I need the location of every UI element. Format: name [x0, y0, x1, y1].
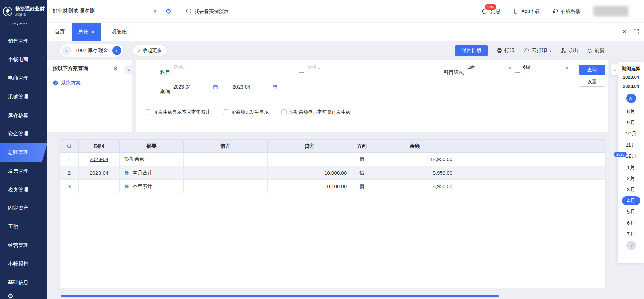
- system-scheme-item[interactable]: 系统方案: [53, 80, 126, 86]
- subject-to-input[interactable]: 选择... ···: [307, 63, 422, 72]
- subject-from-more-button[interactable]: ···: [286, 65, 291, 70]
- fullscreen-icon[interactable]: [633, 29, 639, 35]
- month-item[interactable]: 8月: [618, 106, 644, 117]
- sidebar-item[interactable]: 税务管理: [0, 180, 47, 199]
- close-tab-icon[interactable]: ×: [92, 29, 94, 35]
- debit-cell: [184, 153, 268, 166]
- sidebar-item[interactable]: 发票管理: [0, 162, 47, 180]
- sidebar-item-general-ledger[interactable]: 总账管理: [0, 143, 47, 162]
- print-button[interactable]: 打印: [497, 47, 514, 54]
- query-panel-title: 按以下方案查询: [53, 65, 88, 72]
- sidebar-item[interactable]: 基础信息: [0, 273, 47, 292]
- export-button[interactable]: 导出: [560, 47, 578, 54]
- sidebar-item[interactable]: 小畅报销: [0, 255, 47, 273]
- collapse-panel-icon[interactable]: «: [125, 65, 132, 74]
- subject-from-input[interactable]: 选择... ···: [173, 63, 291, 72]
- user-area-blurred[interactable]: [593, 6, 628, 16]
- sidebar-item[interactable]: 小畅电商: [0, 50, 47, 69]
- calendar-icon[interactable]: [213, 84, 218, 90]
- query-button[interactable]: 查询: [579, 65, 605, 75]
- sidebar-item[interactable]: 资金管理: [0, 125, 47, 143]
- tab-general-ledger[interactable]: 总账 ×: [72, 23, 101, 41]
- tab-home[interactable]: 首页: [47, 29, 72, 35]
- credit-cell: 10,000.00: [268, 166, 352, 180]
- calendar-icon[interactable]: [272, 84, 277, 90]
- month-item[interactable]: 9月: [618, 117, 644, 128]
- close-icon[interactable]: ×: [622, 28, 626, 35]
- printer-icon: [497, 48, 502, 53]
- scroll-months-up-button[interactable]: «: [626, 94, 636, 103]
- brand-edition: 标准版: [15, 13, 45, 17]
- table-row[interactable]: 3 本年累计 10,100.00 借 8,950.00: [60, 180, 605, 193]
- cloud-print-label: 云打印: [532, 47, 547, 54]
- collapse-more-button[interactable]: ∧ 收起更多: [132, 45, 168, 56]
- expand-panel-icon[interactable]: »: [611, 64, 618, 75]
- period-from-input[interactable]: 2023-04: [173, 82, 218, 91]
- month-item[interactable]: 2月: [618, 173, 644, 184]
- sidebar-item[interactable]: 经营管理: [0, 236, 47, 255]
- horizontal-scrollbar[interactable]: [61, 295, 499, 297]
- scroll-months-down-button[interactable]: «: [626, 241, 636, 250]
- table-row[interactable]: 2 2023-04 本月合计 10,000.00 借 8,950.00: [60, 166, 605, 180]
- column-settings-gear-icon[interactable]: ⚙: [67, 143, 72, 149]
- sidebar-item[interactable]: 库存核算: [0, 106, 47, 125]
- period-link[interactable]: 2023-04: [90, 156, 108, 162]
- month-item[interactable]: 6月: [618, 217, 644, 228]
- prev-subject-button[interactable]: ‹: [62, 46, 71, 55]
- month-item[interactable]: 7月: [618, 228, 644, 240]
- subject-to-more-button[interactable]: ···: [416, 65, 422, 70]
- level-to-select[interactable]: 6级 ∨: [523, 63, 569, 72]
- subject-from-placeholder: 选择...: [173, 64, 187, 70]
- messages-button[interactable]: 99+ 消息: [482, 8, 500, 15]
- refresh-icon: [587, 48, 592, 53]
- sidebar-item[interactable]: 电商管理: [0, 69, 47, 88]
- period-link[interactable]: 2023-04: [90, 170, 108, 176]
- yearly-total-icon: [124, 184, 129, 189]
- credit-cell: [268, 153, 352, 166]
- sidebar-item[interactable]: 采购管理: [0, 88, 47, 106]
- refresh-button[interactable]: 刷新: [587, 47, 605, 54]
- sidebar-item[interactable]: 固定资产: [0, 199, 47, 218]
- sidebar-gear-icon[interactable]: ⚙: [7, 292, 13, 299]
- month-item[interactable]: 1月: [618, 161, 644, 173]
- demo-link-label: 我要看实例演示: [194, 8, 229, 15]
- app-download-label: App下载: [521, 8, 540, 15]
- messages-count-badge: 99+: [484, 4, 497, 10]
- option-no-balance-checkbox[interactable]: 无余额无发生显示: [223, 109, 269, 115]
- next-subject-button[interactable]: ›: [112, 46, 121, 55]
- app-download-button[interactable]: App下载: [513, 8, 540, 15]
- close-tab-icon[interactable]: ×: [130, 29, 133, 35]
- sidebar: 畅捷通好业财 标准版 营销管理 销售管理 小畅电商 电商管理 采购管理 库存核算…: [0, 0, 47, 299]
- scheme-gear-icon[interactable]: ⚙: [113, 65, 118, 72]
- revert-old-version-button[interactable]: 退回旧版: [455, 45, 488, 56]
- online-service-button[interactable]: 在线客服: [553, 8, 581, 15]
- subject-picker-value[interactable]: 1001 库存现金: [71, 47, 112, 54]
- sidebar-item[interactable]: 营销管理: [0, 23, 47, 32]
- month-item[interactable]: 10月: [618, 128, 644, 139]
- period-to-input[interactable]: 2023-04: [233, 82, 277, 91]
- sidebar-item[interactable]: 销售管理: [0, 32, 47, 50]
- month-item[interactable]: 5月: [618, 206, 644, 217]
- level-from-select[interactable]: 1级 ∨: [468, 63, 511, 72]
- month-item[interactable]: 3月: [618, 184, 644, 195]
- checkbox-icon: [146, 109, 151, 115]
- demo-link[interactable]: 我要看实例演示: [186, 8, 229, 15]
- month-item[interactable]: 11月: [618, 139, 644, 150]
- col-header-period: 期间: [79, 140, 120, 153]
- row-number: 1: [60, 153, 79, 166]
- cloud-print-button[interactable]: 云打印 ∨: [523, 47, 552, 54]
- empty-cell: [457, 166, 605, 180]
- tab-detail-ledger-label: 明细账: [111, 29, 127, 35]
- workspace-select[interactable]: 好业财测试-量勿删 ∨: [53, 5, 157, 17]
- settings-button[interactable]: 设置: [579, 77, 605, 87]
- tab-detail-ledger[interactable]: 明细账 ×: [105, 23, 139, 41]
- option-opening-balance-checkbox[interactable]: 期初余额显示本年累计发生额: [281, 109, 351, 115]
- sidebar-item[interactable]: 工资: [0, 218, 47, 236]
- direction-cell: 借: [352, 153, 372, 166]
- chevron-up-icon: ∧: [138, 48, 141, 53]
- month-item-active[interactable]: 4月: [618, 195, 644, 206]
- settings-gear-icon[interactable]: ⚙: [165, 7, 171, 15]
- level-filter-label: 科目级次: [444, 69, 464, 76]
- option-no-activity-checkbox[interactable]: 无发生额显示本月本年累计: [146, 109, 210, 115]
- table-row[interactable]: 1 2023-04 期初余额 借 18,950.00: [60, 153, 605, 166]
